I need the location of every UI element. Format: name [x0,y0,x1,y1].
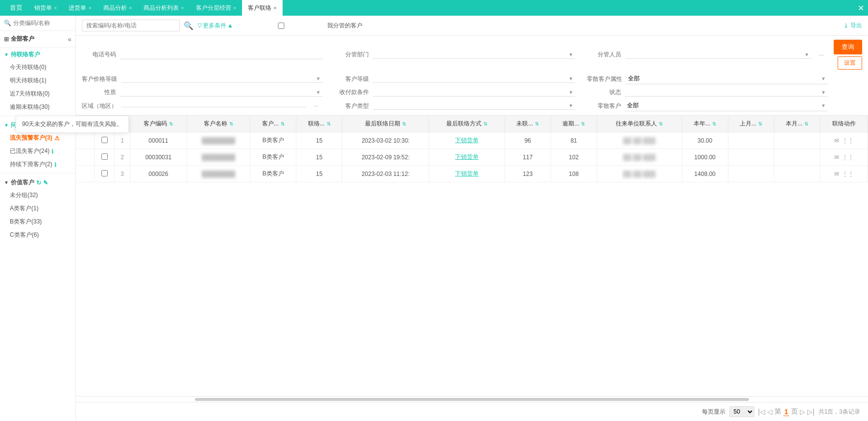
row-type: B类客户 [250,166,296,182]
nav-tab-sales[interactable]: 销货单 × [28,0,63,16]
action-mail-icon[interactable]: ✉ [834,137,839,144]
filter-status-select[interactable]: ▼ [625,89,828,97]
nav-tab-customer-connect[interactable]: 客户联络 × [242,0,282,16]
action-more-icon[interactable]: ⋮⋮ [842,171,854,177]
filter-phone-input[interactable] [120,50,323,59]
filter-manager-select[interactable]: ▼ [625,51,811,59]
nav-home[interactable]: 首页 [4,0,28,16]
search-input[interactable] [82,20,180,31]
sidebar-item-churned[interactable]: 已流失客户(24) ℹ [0,145,75,158]
current-page-number: 1 [783,408,789,416]
last-page-icon[interactable]: ▷| [807,408,815,416]
sidebar-item-week[interactable]: 近7天待联络(0) [0,87,75,100]
sidebar-item-c-class[interactable]: C类客户(6) [0,228,75,242]
filter-region-select[interactable] [121,105,306,107]
my-customers-checkbox[interactable]: 我分管的客户 [237,22,362,30]
filter-dept: 分管部门 ▼ [335,50,576,59]
settings-button[interactable]: 设置 [838,56,862,70]
table-col-this-year[interactable]: 本年... ⇅ [682,116,728,132]
filter-retail-attr-select[interactable]: 全部 ▼ [626,74,828,84]
table-col-name[interactable]: 客户名称 ⇅ [187,116,250,132]
close-segment-icon[interactable]: × [233,5,236,11]
sort-lastmonth-icon: ⇅ [758,121,762,126]
row-this-month [774,149,820,166]
table-col-uncontacted[interactable]: 未联... ⇅ [505,116,551,132]
sidebar-search-input[interactable] [13,20,76,26]
close-goods-analysis-icon[interactable]: × [129,5,132,11]
nav-tab-customer-segment[interactable]: 客户分层经营 × [190,0,242,16]
nav-tab-goods-analysis-list[interactable]: 商品分析列表 × [138,0,190,16]
filter-payment-select[interactable]: ▼ [373,89,576,97]
per-page-select[interactable]: 50 100 200 [729,406,754,417]
close-goods-list-icon[interactable]: × [181,5,184,11]
filter-manager-more[interactable]: ··· [815,51,828,58]
scroll-area[interactable] [76,396,868,402]
filter-customer-type-select[interactable]: ▼ [373,102,576,110]
table-col-code[interactable]: 客户编码 ⇅ [130,116,187,132]
first-page-icon[interactable]: |◁ [758,408,766,416]
edit-icon-value[interactable]: ✎ [43,179,48,186]
filter-retail-customer-select[interactable]: 全部 ▼ [625,100,828,111]
window-close-button[interactable]: ✕ [858,3,864,13]
action-more-icon[interactable]: ⋮⋮ [842,137,854,144]
sidebar-item-b-class[interactable]: B类客户(33) [0,215,75,228]
sidebar-group-value[interactable]: ▼ 价值客户 ↻ ✎ [0,175,75,189]
filter-region-more[interactable]: ··· [310,102,323,109]
filter-row-2: 客户价格等级 ▼ 客户等级 ▼ 零散客户属性 全部 [82,74,862,84]
table-col-unit-contact[interactable]: 往来单位联系人 ⇅ [597,116,682,132]
sidebar-item-tomorrow[interactable]: 明天待联络(1) [0,74,75,87]
page-prefix-label: 第 [774,407,781,416]
close-purchase-icon[interactable]: × [88,5,91,11]
filter-customer-level-select[interactable]: ▼ [373,75,576,83]
tooltip-churn: 90天未交易的客户，可能有流失风险。 [16,116,76,133]
filter-price-level: 客户价格等级 ▼ [82,75,323,83]
table-col-type[interactable]: 客户... ⇅ [250,116,296,132]
row-last-method[interactable]: 下销货单 [429,132,505,149]
filter-status-label: 状态 [587,88,621,97]
filter-row-1: 电话号码 分管部门 ▼ 分管人员 ▼ ··· [82,40,862,70]
table-col-contact[interactable]: 联络... ⇅ [296,116,342,132]
row-last-method[interactable]: 下销货单 [429,149,505,166]
close-connect-icon[interactable]: × [273,5,276,11]
my-customers-check[interactable] [237,23,325,29]
filter-icon: ▽ [197,22,202,29]
table-col-last-month[interactable]: 上月... ⇅ [728,116,774,132]
filter-price-select[interactable]: ▼ [121,75,323,83]
row-unit-contact: ██ ██ ███ [597,132,682,149]
sidebar-item-churn-warning[interactable]: 流失预警客户(3) ⚠ [0,131,75,145]
close-sales-icon[interactable]: × [54,5,57,11]
table-col-last-method[interactable]: 最后联络方式 ⇅ [429,116,505,132]
nav-tab-purchase[interactable]: 进货单 × [63,0,97,16]
more-conditions-button[interactable]: ▽ 更多条件 ▲ [197,22,233,30]
nav-tab-goods-analysis[interactable]: 商品分析 × [97,0,138,16]
table-col-this-month[interactable]: 本月... ⇅ [774,116,820,132]
sidebar-item-ungroup[interactable]: 未分组(32) [0,189,75,202]
action-more-icon[interactable]: ⋮⋮ [842,154,854,161]
total-records-info: 共1页，3条记录 [819,408,860,416]
sidebar-all-customers[interactable]: ⊞ 全部客户 « [0,31,75,48]
query-button[interactable]: 查询 [834,40,862,54]
sidebar-item-declining[interactable]: 持续下滑客户(2) ℹ [0,158,75,171]
row-checkbox[interactable] [101,170,108,176]
action-mail-icon[interactable]: ✉ [834,171,839,177]
sidebar-item-a-class[interactable]: A类客户(1) [0,202,75,215]
search-button[interactable]: 🔍 [184,21,193,30]
filter-nature-select[interactable]: ▼ [120,89,323,97]
filter-dept-select[interactable]: ▼ [373,51,576,59]
sidebar-item-today[interactable]: 今天待联络(0) [0,61,75,74]
page-nav: |◁ ◁ 第 1 页 ▷ ▷| [758,407,815,416]
sidebar-group-pending[interactable]: ▼ 待联络客户 [0,48,75,61]
sidebar-item-overdue[interactable]: 逾期未联络(30) [0,100,75,114]
row-last-method[interactable]: 下销货单 [429,166,505,182]
row-checkbox[interactable] [101,137,108,143]
row-this-year: 1000.00 [682,149,728,166]
horizontal-scrollbar[interactable] [195,398,749,401]
row-checkbox[interactable] [101,153,108,160]
table-col-overdue[interactable]: 逾期... ⇅ [551,116,597,132]
action-mail-icon[interactable]: ✉ [834,154,839,161]
refresh-icon-value[interactable]: ↻ [36,179,41,186]
prev-page-icon[interactable]: ◁ [767,408,772,416]
table-col-last-date[interactable]: 最后联络日期 ⇅ [342,116,429,132]
export-button[interactable]: ⤓ 导出 [844,22,862,30]
next-page-icon[interactable]: ▷ [800,408,805,416]
